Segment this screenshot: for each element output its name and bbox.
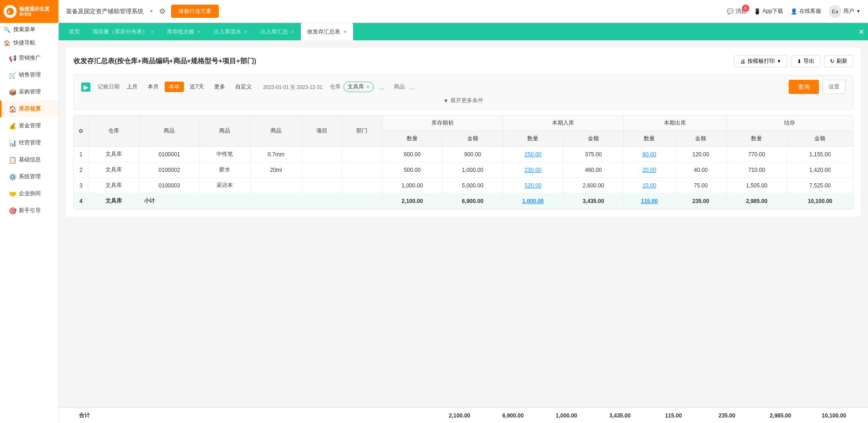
- footer-amt-bal: 10,100.00: [807, 412, 861, 419]
- export-btn[interactable]: ⬇ 导出: [791, 55, 820, 67]
- sidebar-item-9[interactable]: 🎯新手引导: [0, 202, 58, 219]
- tab-close-2[interactable]: ✕: [197, 29, 201, 34]
- print-btn[interactable]: 🖨 按模板打印 ▼: [734, 55, 787, 67]
- footer-empty-6: [379, 412, 433, 419]
- experience-btn[interactable]: 体验行业方案: [171, 5, 219, 18]
- date-btn-this-month[interactable]: 本月: [144, 82, 163, 92]
- th-spec: 商品: [250, 115, 302, 147]
- nav-icon-2: 📦: [9, 88, 16, 96]
- table-row: 1 文具库 0100001 中性笔 0.7mm 600.00 900.00 25…: [74, 147, 853, 162]
- subtotal-amt-out: 235.00: [675, 193, 726, 209]
- message-btn[interactable]: 💬 消息 6: [727, 7, 746, 15]
- product-more-btn[interactable]: ...: [408, 83, 417, 91]
- sidebar-item-1[interactable]: 🛒销售管理: [0, 66, 58, 83]
- cell-qty-in-2[interactable]: 520.00: [503, 178, 564, 193]
- table-footer: 合计 2,100.00 6,900.00 1,000.00 3,435.00 1…: [59, 407, 868, 423]
- sidebar-item-7[interactable]: ⚙️系统管理: [0, 168, 58, 185]
- date-btn-7days[interactable]: 近7天: [186, 82, 208, 92]
- sidebar-item-6[interactable]: 📋基础信息: [0, 151, 58, 168]
- tab-0[interactable]: 首页: [62, 23, 86, 40]
- th-qty-out: 数量: [624, 131, 675, 147]
- date-btn-more[interactable]: 更多: [210, 82, 229, 92]
- close-all-tabs-btn[interactable]: ✕: [858, 27, 864, 36]
- page-content: 收发存汇总表(按仓库+商品编码+商品+规格型号+项目+部门) 🖨 按模板打印 ▼…: [59, 40, 868, 407]
- svg-text:6: 6: [8, 10, 10, 14]
- cell-amt-bal-2: 7,525.00: [787, 178, 853, 193]
- search-menu-label: 搜索菜单: [13, 26, 35, 33]
- sidebar-item-4[interactable]: 💰资金管理: [0, 117, 58, 134]
- warehouse-tag-close-btn[interactable]: ✕: [366, 84, 370, 89]
- tab-4[interactable]: 出入库汇总✕: [254, 23, 301, 40]
- shortcut-nav-item[interactable]: 🏠 快捷导航: [0, 36, 58, 49]
- cell-amt-out-2: 75.00: [675, 178, 726, 193]
- expand-conditions-btn[interactable]: ▼ 展开更多条件: [81, 94, 846, 104]
- cell-spec-1: 20ml: [250, 162, 302, 178]
- nav-label-7: 系统管理: [19, 173, 41, 181]
- cell-qty-out-0[interactable]: 80.00: [624, 147, 675, 162]
- th-qty-in: 数量: [503, 131, 564, 147]
- th-gear[interactable]: ⚙: [74, 115, 88, 147]
- cell-qty-out-2[interactable]: 15.00: [624, 178, 675, 193]
- filter-row: ▶ 记账日期 上月 本月 本年 近7天 更多 自定义 2023-0: [81, 80, 846, 94]
- footer-amt-out: 235.00: [700, 412, 754, 419]
- cell-qty-in-0[interactable]: 250.00: [503, 147, 564, 162]
- subtotal-row: 4 文具库 小计 2,100.00 6,900.00 1,000.00 3,43…: [74, 193, 853, 209]
- th-amt-open: 金额: [442, 131, 503, 147]
- tab-1[interactable]: 现存量（库存分布表）✕: [86, 23, 160, 40]
- tab-5[interactable]: 收发存汇总表✕: [301, 23, 353, 40]
- query-btn[interactable]: 查询: [789, 80, 819, 94]
- online-service-btn[interactable]: 👤 在线客服: [791, 7, 821, 15]
- footer-cells: 2,100.00 6,900.00 1,000.00 3,435.00 115.…: [112, 412, 861, 419]
- date-btn-last-month[interactable]: 上月: [122, 82, 142, 92]
- sidebar-item-0[interactable]: 📢营销推广: [0, 49, 58, 66]
- online-service-label: 在线客服: [799, 7, 821, 15]
- tab-label-3: 出入库流水: [214, 28, 241, 36]
- warehouse-more-btn[interactable]: ...: [376, 83, 386, 91]
- tab-close-3[interactable]: ✕: [244, 29, 248, 34]
- cell-qty-out-1[interactable]: 20.00: [624, 162, 675, 178]
- tab-close-1[interactable]: ✕: [150, 29, 154, 34]
- app-download-btn[interactable]: 📱 App下载: [754, 7, 783, 15]
- gear-icon[interactable]: ⚙: [159, 7, 166, 16]
- user-btn[interactable]: Ea 用户 ▼: [829, 5, 861, 18]
- tab-close-5[interactable]: ✕: [343, 29, 347, 34]
- tab-3[interactable]: 出入库流水✕: [207, 23, 254, 40]
- service-icon: 👤: [791, 8, 797, 15]
- main-content: 装备及固定资产辅助管理系统 ▼ ⚙ 体验行业方案 💬 消息 6 📱 App下载 …: [59, 0, 868, 423]
- cell-dept-0: [342, 147, 382, 162]
- cell-name-0: 中性笔: [199, 147, 250, 162]
- tab-label-2: 库存批次账: [167, 28, 194, 36]
- cell-amt-open-1: 1,000.00: [442, 162, 503, 178]
- nav-label-5: 经营管理: [19, 139, 41, 147]
- th-amt-in: 金额: [563, 131, 624, 147]
- cell-amt-in-0: 375.00: [563, 147, 624, 162]
- date-btn-this-year[interactable]: 本年: [165, 82, 184, 92]
- sidebar-logo: 6 畅捷通好生意 标准版: [0, 0, 58, 23]
- footer-amt-in: 3,435.00: [593, 412, 647, 419]
- nav-label-6: 基础信息: [19, 156, 41, 164]
- filter-toggle-btn[interactable]: ▶: [81, 82, 90, 92]
- sidebar-item-5[interactable]: 📊经营管理: [0, 134, 58, 151]
- sidebar-item-2[interactable]: 📦采购管理: [0, 83, 58, 100]
- tab-2[interactable]: 库存批次账✕: [160, 23, 207, 40]
- print-icon: 🖨: [740, 58, 746, 65]
- cell-qty-in-1[interactable]: 230.00: [503, 162, 564, 178]
- setting-btn[interactable]: 设置: [823, 80, 846, 94]
- nav-label-4: 资金管理: [19, 122, 41, 130]
- sidebar-item-8[interactable]: 🤝企业协同: [0, 185, 58, 202]
- print-label: 按模板打印: [747, 57, 775, 65]
- th-name: 商品: [199, 115, 250, 147]
- subtotal-warehouse: 文具库: [88, 193, 139, 209]
- expand-icon: ▼: [443, 98, 449, 104]
- refresh-btn[interactable]: ↻ 刷新: [824, 55, 853, 67]
- shortcut-label: 快捷导航: [13, 39, 35, 47]
- search-menu-item[interactable]: 🔍 搜索菜单: [0, 23, 58, 36]
- tab-close-4[interactable]: ✕: [291, 29, 294, 34]
- message-badge: 6: [742, 5, 749, 12]
- cell-spec-0: 0.7mm: [250, 147, 302, 162]
- sidebar-item-3[interactable]: 🏠库存核算: [0, 100, 58, 117]
- footer-label: 合计: [66, 412, 103, 419]
- date-btn-custom[interactable]: 自定义: [231, 82, 256, 92]
- table-row: 2 文具库 0100002 胶水 20ml 500.00 1,000.00 23…: [74, 162, 853, 178]
- cell-amt-open-0: 900.00: [442, 147, 503, 162]
